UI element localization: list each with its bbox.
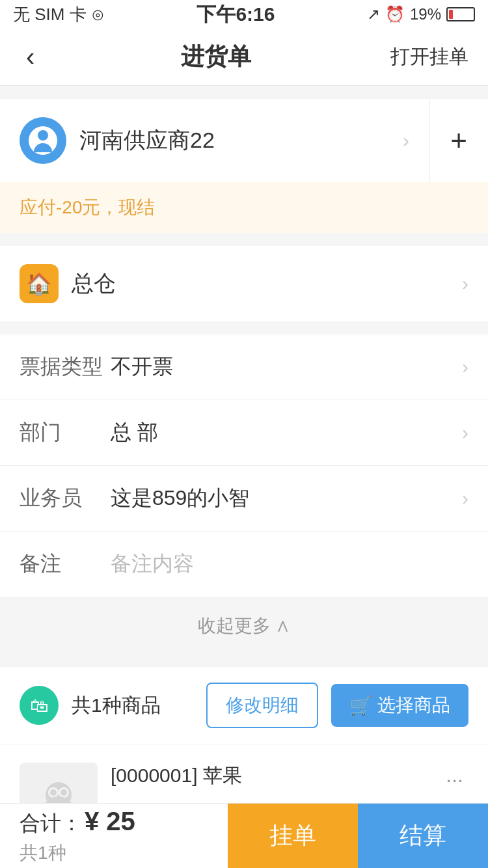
remark-row[interactable]: 备注 备注内容 xyxy=(0,532,488,597)
department-chevron: › xyxy=(462,422,468,444)
svg-point-4 xyxy=(61,789,67,796)
edit-detail-button[interactable]: 修改明细 xyxy=(206,683,318,728)
checkout-label: 结算 xyxy=(400,820,446,852)
back-button[interactable]: ‹ xyxy=(20,36,41,78)
select-product-icon: 🛒 xyxy=(349,695,372,716)
battery-icon xyxy=(446,7,475,21)
remark-input[interactable]: 备注内容 xyxy=(111,550,468,578)
total-amount: ¥ 25 xyxy=(85,807,135,836)
supplier-section: 河南供应商22 › + xyxy=(0,99,488,182)
bottom-total: 合计： ¥ 25 共1种 xyxy=(0,807,228,865)
select-product-label: 选择商品 xyxy=(377,693,450,718)
location-icon: ↗ xyxy=(367,5,380,23)
ticket-type-label: 票据类型 xyxy=(20,353,111,381)
remark-label: 备注 xyxy=(20,550,111,578)
hang-button[interactable]: 挂单 xyxy=(228,804,358,868)
supplier-name: 河南供应商22 xyxy=(79,126,403,156)
open-hang-button[interactable]: 打开挂单 xyxy=(390,44,468,70)
salesman-label: 业务员 xyxy=(20,484,111,513)
battery-label: 19% xyxy=(410,5,441,23)
products-count: 共1种商品 xyxy=(72,692,193,719)
department-value: 总 部 xyxy=(111,418,462,447)
salesman-value: 这是859的小智 xyxy=(111,484,462,513)
status-left: 无 SIM 卡 ⊙ xyxy=(13,3,105,26)
page-title: 进货单 xyxy=(181,41,251,73)
nav-bar: ‹ 进货单 打开挂单 xyxy=(0,29,488,86)
supplier-add-button[interactable]: + xyxy=(429,99,488,182)
sim-label: 无 SIM 卡 ⊙ xyxy=(13,3,105,26)
status-right: ↗ ⏰ 19% xyxy=(367,5,475,23)
products-header: 🛍 共1种商品 修改明细 🛒 选择商品 xyxy=(0,667,488,744)
select-product-button[interactable]: 🛒 选择商品 xyxy=(331,684,468,727)
salesman-chevron: › xyxy=(462,487,468,509)
total-unit: 共1种 xyxy=(20,841,208,865)
svg-point-3 xyxy=(50,789,57,796)
salesman-row[interactable]: 业务员 这是859的小智 › xyxy=(0,466,488,532)
department-row[interactable]: 部门 总 部 › xyxy=(0,400,488,466)
notice-bar: 应付-20元，现结 xyxy=(0,182,488,233)
warehouse-icon: 🏠 xyxy=(20,264,59,303)
supplier-avatar xyxy=(20,117,66,164)
products-icon: 🛍 xyxy=(20,686,59,725)
notice-text: 应付-20元，现结 xyxy=(20,197,155,217)
product-more-button[interactable]: ··· xyxy=(441,763,468,797)
avatar-inner xyxy=(29,126,57,155)
supplier-selector[interactable]: 河南供应商22 › xyxy=(0,99,429,182)
collapse-label: 收起更多 ∧ xyxy=(198,616,291,636)
warehouse-name: 总仓 xyxy=(72,269,462,299)
alarm-icon: ⏰ xyxy=(385,5,405,23)
ticket-type-row[interactable]: 票据类型 不开票 › xyxy=(0,334,488,400)
hang-label: 挂单 xyxy=(269,820,316,852)
ticket-type-value: 不开票 xyxy=(111,353,462,381)
supplier-chevron: › xyxy=(403,129,409,152)
checkout-button[interactable]: 结算 xyxy=(358,804,488,868)
status-bar: 无 SIM 卡 ⊙ 下午6:16 ↗ ⏰ 19% xyxy=(0,0,488,29)
product-name: [0000001] 苹果 xyxy=(111,763,427,789)
ticket-type-chevron: › xyxy=(462,356,468,378)
form-section: 票据类型 不开票 › 部门 总 部 › 业务员 这是859的小智 › 备注 备注… xyxy=(0,334,488,597)
status-time: 下午6:16 xyxy=(197,1,275,28)
warehouse-chevron: › xyxy=(462,273,468,295)
total-label: 合计： xyxy=(20,809,82,838)
warehouse-selector[interactable]: 🏠 总仓 › xyxy=(0,246,488,321)
warehouse-section: 🏠 总仓 › xyxy=(0,246,488,321)
collapse-bar[interactable]: 收起更多 ∧ xyxy=(0,598,488,654)
department-label: 部门 xyxy=(20,418,111,447)
bottom-bar: 合计： ¥ 25 共1种 挂单 结算 xyxy=(0,803,488,868)
